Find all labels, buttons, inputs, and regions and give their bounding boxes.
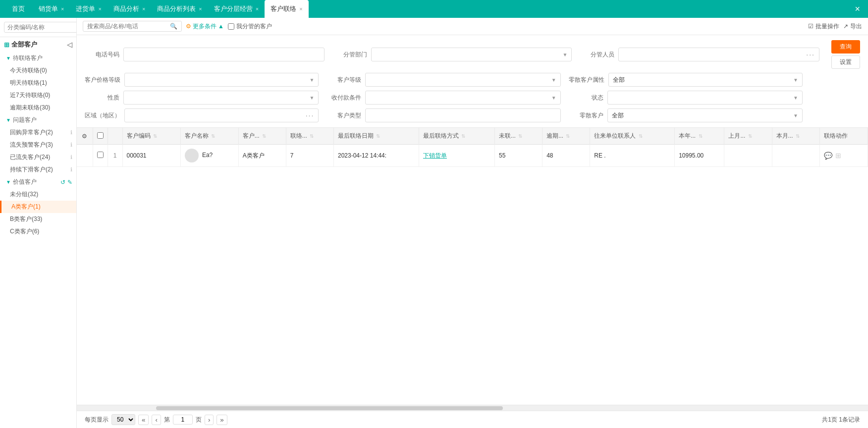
sidebar-search-area: 🔍 bbox=[0, 18, 76, 37]
close-customer-layer-tab[interactable]: × bbox=[256, 6, 259, 12]
my-customers-check[interactable] bbox=[228, 23, 234, 30]
sidebar-item-class-a[interactable]: A类客户(1) bbox=[0, 201, 76, 213]
sidebar-group-value[interactable]: ▼ 价值客户 ↺ ✎ bbox=[0, 176, 76, 188]
filter-status-label: 状态 bbox=[569, 94, 603, 102]
search-icon[interactable]: 🔍 bbox=[170, 23, 177, 30]
col-last-date[interactable]: 最后联络日期 ⇅ bbox=[334, 128, 419, 145]
col-last-month[interactable]: 上月... ⇅ bbox=[724, 128, 772, 145]
page-input[interactable] bbox=[173, 415, 193, 425]
sort-icon-name: ⇅ bbox=[211, 133, 215, 139]
col-last-way[interactable]: 最后联络方式 ⇅ bbox=[419, 128, 495, 145]
export-btn[interactable]: ↗ 导出 bbox=[843, 22, 862, 31]
sidebar-item-abnormal[interactable]: 回购异常客户(2) ℹ bbox=[0, 126, 76, 139]
close-analysis-tab[interactable]: × bbox=[142, 6, 145, 12]
dots-icon: ··· bbox=[806, 51, 815, 58]
per-page-select[interactable]: 50 bbox=[111, 414, 135, 425]
scrollbar-thumb[interactable] bbox=[156, 406, 503, 410]
edit-icon[interactable]: ✎ bbox=[67, 179, 72, 186]
close-sales-tab[interactable]: × bbox=[61, 6, 64, 12]
sidebar-item-class-c[interactable]: C类客户(6) bbox=[0, 225, 76, 238]
sidebar-search-input[interactable] bbox=[4, 22, 77, 33]
last-page-btn[interactable]: » bbox=[217, 415, 227, 425]
more-filter-btn[interactable]: ⚙ 更多条件 ▲ bbox=[186, 22, 224, 31]
filter-action-btns: 查询 设置 bbox=[831, 40, 860, 69]
sidebar-item-declining[interactable]: 持续下滑客户(2) ℹ bbox=[0, 163, 76, 176]
filter-manager-select[interactable]: ··· bbox=[618, 48, 819, 61]
sidebar-item-class-b[interactable]: B类客户(33) bbox=[0, 213, 76, 225]
col-this-year[interactable]: 本年... ⇅ bbox=[675, 128, 724, 145]
filter-customer-level-label: 客户等级 bbox=[326, 76, 361, 84]
filter-scattered-select[interactable]: 全部 ▼ bbox=[607, 108, 803, 122]
all-customers-header[interactable]: ⊞ 全部客户 ◁ bbox=[0, 37, 76, 52]
sidebar-group-problem[interactable]: ▼ 问题客户 bbox=[0, 114, 76, 126]
sidebar-item-tomorrow[interactable]: 明天待联络(1) bbox=[0, 77, 76, 89]
setting-button[interactable]: 设置 bbox=[831, 55, 860, 69]
filter-phone-input[interactable] bbox=[123, 48, 325, 61]
filter-region-select[interactable]: ··· bbox=[124, 108, 319, 122]
nav-tab-purchase[interactable]: 进货单 × bbox=[70, 0, 107, 18]
filter-scattered-attr: 零散客户属性 全部 ▼ bbox=[569, 73, 803, 87]
filter-dept-select[interactable]: ▼ bbox=[371, 48, 572, 61]
total-records-label: 共1页 1条记录 bbox=[822, 416, 860, 424]
row-actions: 💬 ⊞ bbox=[819, 145, 868, 167]
sidebar-item-churned[interactable]: 已流失客户(24) ℹ bbox=[0, 151, 76, 163]
sidebar-collapse-btn[interactable]: ◁ bbox=[67, 41, 72, 49]
chat-action-icon[interactable]: 💬 bbox=[824, 152, 832, 160]
row-last-date: 2023-04-12 14:44: bbox=[334, 145, 419, 167]
col-no-contact[interactable]: 未联... ⇅ bbox=[494, 128, 542, 145]
close-purchase-tab[interactable]: × bbox=[98, 6, 101, 12]
batch-op-btn[interactable]: ☑ 批量操作 bbox=[808, 22, 839, 31]
filter-payment-select[interactable]: ▼ bbox=[365, 91, 560, 105]
col-customer-type[interactable]: 客户... ⇅ bbox=[238, 128, 286, 145]
content-area: 🔍 ⚙ 更多条件 ▲ 我分管的客户 ☑ 批量操作 ↗ 导出 bbox=[77, 18, 868, 428]
sidebar-group-pending[interactable]: ▼ 待联络客户 bbox=[0, 52, 76, 64]
col-code[interactable]: 客户编码 ⇅ bbox=[122, 128, 180, 145]
my-customers-checkbox[interactable]: 我分管的客户 bbox=[228, 22, 272, 31]
col-num-header bbox=[108, 128, 122, 145]
filter-customer-type-input[interactable] bbox=[365, 108, 560, 122]
col-gear[interactable]: ⚙ bbox=[77, 128, 93, 145]
filter-status-select[interactable]: ▼ bbox=[607, 91, 803, 105]
col-overdue[interactable]: 逾期... ⇅ bbox=[542, 128, 590, 145]
filter-dept: 分管部门 ▼ bbox=[332, 48, 572, 61]
prev-page-btn[interactable]: ‹ bbox=[152, 415, 161, 425]
page-label: 第 bbox=[164, 416, 170, 424]
nav-tab-customer-layer[interactable]: 客户分层经营 × bbox=[208, 0, 265, 18]
last-way-link[interactable]: 下销货单 bbox=[423, 152, 447, 159]
qr-action-icon[interactable]: ⊞ bbox=[835, 152, 841, 160]
close-analysis-list-tab[interactable]: × bbox=[199, 6, 202, 12]
col-contact-count[interactable]: 联络... ⇅ bbox=[286, 128, 333, 145]
col-name[interactable]: 客户名称 ⇅ bbox=[180, 128, 238, 145]
close-customer-contact-tab[interactable]: × bbox=[299, 6, 302, 12]
horizontal-scrollbar[interactable] bbox=[77, 405, 868, 411]
filter-price-level-select[interactable]: ▼ bbox=[124, 73, 319, 87]
filter-nature-select[interactable]: ▼ bbox=[123, 91, 319, 105]
first-page-btn[interactable]: « bbox=[138, 415, 149, 425]
filter-scattered-label: 零散客户 bbox=[569, 111, 603, 120]
col-unit-contact[interactable]: 往来单位联系人 ⇅ bbox=[590, 128, 675, 145]
nav-tab-sales[interactable]: 销货单 × bbox=[33, 0, 70, 18]
sidebar-item-overdue[interactable]: 逾期未联络(30) bbox=[0, 102, 76, 114]
search-input[interactable] bbox=[87, 23, 170, 30]
nav-tab-analysis[interactable]: 商品分析 × bbox=[108, 0, 151, 18]
refresh-icon[interactable]: ↺ bbox=[60, 179, 65, 186]
sidebar-item-today[interactable]: 今天待联络(0) bbox=[0, 64, 76, 77]
nav-tab-home[interactable]: 首页 bbox=[4, 0, 33, 18]
row-checkbox bbox=[93, 145, 108, 167]
col-checkbox bbox=[93, 128, 108, 145]
next-page-btn[interactable]: › bbox=[205, 415, 214, 425]
filter-scattered: 零散客户 全部 ▼ bbox=[569, 108, 803, 122]
row-select-checkbox[interactable] bbox=[97, 152, 104, 158]
nav-tab-analysis-list[interactable]: 商品分析列表 × bbox=[151, 0, 208, 18]
sidebar-item-ungrouped[interactable]: 未分组(32) bbox=[0, 188, 76, 201]
filter-customer-level-select[interactable]: ▼ bbox=[365, 73, 560, 87]
filter-scattered-attr-select[interactable]: 全部 ▼ bbox=[608, 73, 803, 87]
nav-tab-customer-contact[interactable]: 客户联络 × bbox=[265, 0, 308, 18]
info-icon-churn-warning: ℹ bbox=[70, 142, 72, 148]
sidebar-item-7days[interactable]: 近7天待联络(0) bbox=[0, 89, 76, 102]
sidebar-item-churn-warning[interactable]: 流失预警客户(3) ℹ bbox=[0, 139, 76, 151]
col-this-month[interactable]: 本月... ⇅ bbox=[772, 128, 819, 145]
close-all-tabs[interactable]: × bbox=[851, 4, 864, 14]
select-all-checkbox[interactable] bbox=[97, 132, 104, 139]
query-button[interactable]: 查询 bbox=[831, 40, 860, 54]
